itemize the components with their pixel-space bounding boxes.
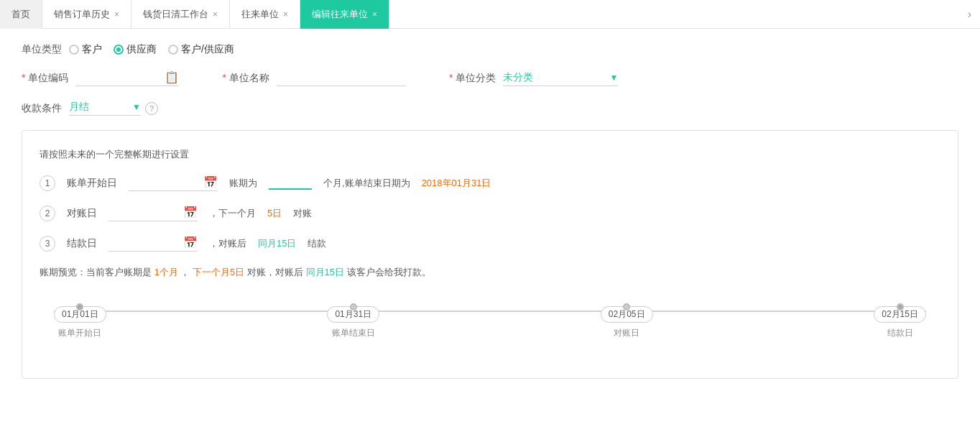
unit-category-value: 未分类	[503, 71, 605, 84]
tab-more[interactable]: ›	[959, 0, 980, 29]
close-icon[interactable]: ×	[114, 9, 119, 19]
settings-section: 请按照未来的一个完整帐期进行设置 1 账单开始日 2018-01-01 📅 账期…	[22, 130, 958, 379]
step-2-date-wrap: 2018-02-05 📅	[108, 206, 198, 221]
payment-terms-value: 月结	[69, 101, 128, 114]
calendar-icon[interactable]: 📅	[203, 175, 218, 189]
step-1-num: 1	[40, 175, 55, 191]
timeline-point-0: 01月01日 账单开始日	[54, 303, 106, 339]
unit-code-field[interactable]: 000001 📋	[75, 70, 179, 86]
preview-part2: 下一个月5日	[193, 267, 244, 277]
preview-text: 账期预览：当前客户账期是 1个月 ， 下一个月5日 对账，对账后 同月15日 该…	[40, 266, 940, 279]
step-3-num: 3	[40, 236, 55, 252]
payment-terms-select[interactable]: 月结 ▼	[69, 101, 141, 116]
chevron-down-icon: ▼	[609, 73, 618, 83]
step-2-highlight: 5日	[267, 207, 282, 220]
timeline-label-2: 对账日	[614, 327, 639, 339]
step-3-date-wrap: 2018-02-15 📅	[108, 236, 198, 252]
step-2-date-input[interactable]: 2018-02-05	[108, 207, 180, 218]
step-2-desc2: 对账	[293, 207, 312, 220]
unit-type-radio-group: 客户 供应商 客户/供应商	[69, 43, 234, 56]
timeline-point-2: 02月05日 对账日	[601, 303, 653, 339]
unit-name-input[interactable]: 河南供应商22	[277, 71, 406, 86]
step-3-highlight: 同月15日	[258, 237, 296, 250]
help-icon[interactable]: ?	[145, 102, 158, 115]
copy-icon[interactable]: 📋	[165, 70, 179, 84]
step-1-date-input[interactable]: 2018-01-01	[129, 177, 200, 188]
step-3-desc2: 结款	[308, 237, 326, 250]
timeline-label-0: 账单开始日	[58, 327, 101, 339]
tab-home[interactable]: 首页	[0, 0, 42, 29]
timeline-dot-1	[350, 303, 357, 310]
timeline: 01月01日 账单开始日 01月31日 账单结束日 02月05日 对账日	[40, 296, 940, 361]
step-3-date-input[interactable]: 2018-02-15	[108, 237, 180, 249]
step-2-desc: ，下一个月	[209, 207, 256, 220]
timeline-dot-3	[897, 303, 904, 310]
step-2-label: 对账日	[67, 207, 97, 220]
step-3-desc: ，对账后	[209, 237, 246, 250]
unit-name-label: *单位名称	[222, 72, 269, 85]
timeline-points: 01月01日 账单开始日 01月31日 账单结束日 02月05日 对账日	[54, 303, 926, 339]
close-icon[interactable]: ×	[213, 9, 218, 19]
close-icon[interactable]: ×	[372, 9, 377, 19]
calendar-icon[interactable]: 📅	[183, 206, 198, 219]
timeline-label-1: 账单结束日	[332, 327, 375, 339]
step-3-label: 结款日	[67, 237, 97, 250]
tab-partner-list[interactable]: 往来单位 ×	[230, 0, 300, 29]
tab-sales-history[interactable]: 销售订单历史 ×	[42, 0, 131, 29]
payment-terms-label: 收款条件	[22, 102, 62, 115]
section-title: 请按照未来的一个完整帐期进行设置	[40, 148, 940, 161]
preview-part3: 同月15日	[306, 267, 344, 277]
timeline-point-3: 02月15日 结款日	[874, 303, 926, 339]
step-1-desc-before: 账期为	[229, 177, 257, 190]
step-2-row: 2 对账日 2018-02-05 📅 ，下一个月 5日 对账	[40, 206, 940, 221]
calendar-icon[interactable]: 📅	[183, 236, 198, 249]
step-1-end-date: 2018年01月31日	[422, 177, 491, 190]
tab-bar: 首页 销售订单历史 × 钱货日清工作台 × 往来单位 × 编辑往来单位 × ›	[0, 0, 980, 29]
close-icon[interactable]: ×	[283, 9, 288, 19]
step-1-row: 1 账单开始日 2018-01-01 📅 账期为 1 个月,账单结束日期为 20…	[40, 175, 940, 191]
unit-category-label: *单位分类	[449, 72, 496, 85]
unit-code-input[interactable]: 000001	[75, 72, 162, 83]
step-2-num: 2	[40, 206, 55, 221]
tab-cash-workbench[interactable]: 钱货日清工作台 ×	[131, 0, 230, 29]
timeline-point-1: 01月31日 账单结束日	[327, 303, 379, 339]
radio-customer-supplier[interactable]: 客户/供应商	[168, 43, 234, 56]
chevron-down-icon: ▼	[132, 102, 141, 112]
unit-category-select[interactable]: 未分类 ▼	[503, 71, 618, 86]
tab-edit-partner[interactable]: 编辑往来单位 ×	[300, 0, 389, 29]
step-1-desc-after: 个月,账单结束日期为	[323, 177, 410, 190]
radio-supplier[interactable]: 供应商	[114, 43, 157, 56]
radio-customer[interactable]: 客户	[69, 43, 102, 56]
preview-part1: 1个月	[154, 267, 178, 277]
unit-code-label: *单位编码	[22, 72, 68, 85]
step-3-row: 3 结款日 2018-02-15 📅 ，对账后 同月15日 结款	[40, 236, 940, 252]
step-1-date-wrap: 2018-01-01 📅	[129, 175, 218, 191]
timeline-label-3: 结款日	[887, 327, 913, 339]
months-input[interactable]: 1	[269, 177, 312, 190]
step-1-label: 账单开始日	[67, 177, 117, 190]
unit-type-label: 单位类型	[22, 43, 62, 56]
